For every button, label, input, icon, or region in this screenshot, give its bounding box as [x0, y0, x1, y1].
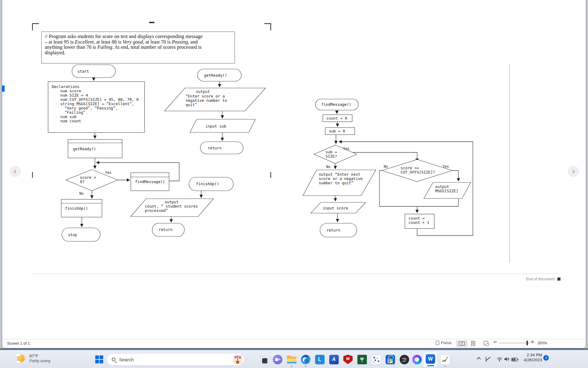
yes-label: Yes — [343, 147, 349, 151]
decl-line: “Very good”, “Passing”, — [65, 106, 118, 110]
clock[interactable]: 2:34 PM 4/26/2023 — [524, 353, 542, 362]
no-label: No — [384, 164, 388, 169]
print-layout-button[interactable] — [471, 341, 475, 346]
finishup-output-line: output — [165, 200, 179, 204]
yes-label: Yes — [105, 171, 111, 175]
app-window: File Tools View D - 2 G — [2, 0, 586, 348]
increment-line: count + 1 — [409, 220, 429, 225]
no-label: No — [326, 165, 330, 169]
l-app-button[interactable]: L — [314, 354, 326, 365]
getready-sub-return — [200, 142, 243, 154]
book-icon — [459, 342, 465, 346]
read-mode-button[interactable] — [456, 340, 468, 347]
word-icon: W — [426, 354, 435, 364]
volume-button[interactable] — [504, 357, 510, 363]
comment-line: – at least 95 is Excellent, at least 88 … — [45, 39, 232, 45]
yes-label: Yes — [443, 164, 449, 169]
page-icon — [471, 341, 475, 346]
tray-date: 4/26/2023 — [524, 358, 542, 362]
tray-overflow-button[interactable] — [477, 357, 481, 361]
start-button[interactable] — [93, 354, 105, 365]
search-box[interactable]: Search — [107, 353, 244, 366]
output-msg-line: output — [435, 184, 449, 189]
dinosaur-app-button[interactable] — [439, 354, 451, 365]
finishup-return-label: return — [159, 227, 172, 232]
decl-line: num SIZE = 4 — [60, 93, 88, 98]
wifi-button[interactable] — [496, 357, 503, 363]
next-page-button[interactable] — [568, 166, 579, 177]
folder-icon — [287, 356, 296, 363]
search-icon — [112, 358, 115, 361]
taskbar: 87°FPartly sunny Search L A M — [0, 350, 588, 368]
zoom-slider-track[interactable] — [499, 343, 530, 343]
zoom-out-button[interactable] — [493, 342, 497, 342]
web-layout-button[interactable] — [484, 341, 488, 345]
decision-subsize-line2: SIZE? — [326, 154, 337, 159]
getready-input-label: input sub — [205, 124, 226, 128]
weather-condition: Partly sunny — [29, 358, 51, 364]
audio-bars-icon — [400, 355, 409, 364]
chevron-left-icon — [14, 170, 18, 174]
page-top-mark — [149, 22, 154, 23]
copilot-button[interactable] — [411, 354, 423, 365]
finishup-sub-title-label: finishUp() — [196, 182, 219, 186]
decision-score-line2: 0? — [80, 179, 85, 184]
store-button[interactable] — [384, 354, 396, 365]
comment-box: // Program asks students for score on te… — [41, 32, 235, 63]
comment-line: // Program asks students for score on te… — [45, 34, 232, 39]
findmessage-call-label: findMessage() — [135, 179, 165, 184]
word-app-button-active[interactable]: W — [423, 352, 438, 367]
edge-button[interactable] — [300, 354, 311, 365]
search-highlight-flowers-icon — [233, 355, 242, 364]
plant-app-button[interactable] — [356, 354, 368, 365]
focus-button[interactable]: Focus — [436, 341, 451, 345]
zoom-in-button[interactable] — [531, 342, 534, 342]
plant-branch-icon — [357, 355, 367, 364]
chat-button[interactable] — [272, 354, 283, 365]
mcafee-shield-icon: M — [343, 355, 353, 364]
screen-count-label: Screen 1 of 1 — [7, 341, 30, 346]
task-view-icon — [258, 354, 269, 365]
globe-page-icon — [484, 341, 488, 345]
zoom-level-label: 300% — [537, 341, 547, 345]
no-label: No — [79, 191, 84, 196]
partly-sunny-icon — [15, 353, 26, 364]
mcafee-button[interactable]: M — [342, 354, 354, 365]
increment-line: count = — [409, 216, 425, 220]
weather-widget[interactable]: 87°FPartly sunny — [15, 353, 85, 364]
battery-button[interactable] — [511, 357, 519, 363]
comment-line: anything lower than 70 is Failing. At en… — [45, 44, 232, 50]
zoom-slider-handle[interactable] — [526, 341, 528, 345]
count0-label: count = 0 — [326, 116, 347, 121]
a-app-button[interactable]: A — [328, 354, 340, 365]
chevron-right-icon — [571, 170, 575, 174]
audio-app-button[interactable] — [398, 354, 410, 365]
do-not-disturb-button[interactable] — [486, 357, 486, 362]
task-view-button[interactable] — [258, 354, 269, 365]
start-label: start — [77, 69, 89, 74]
file-explorer-button[interactable] — [286, 354, 297, 365]
decision-subsize-line1: sub = — [326, 150, 337, 154]
getready-return-label: return — [208, 146, 221, 150]
notification-badge[interactable]: 3 — [543, 355, 549, 361]
input-score-label: input score — [323, 206, 348, 210]
running-indicator — [444, 366, 446, 367]
speaker-icon — [504, 357, 510, 362]
stop-label: stop — [68, 232, 77, 237]
decl-line: string MSGS[SIZE] = “Excellent”, — [60, 102, 134, 106]
running-indicator — [305, 366, 307, 367]
battery-charging-icon — [511, 358, 519, 362]
finishup-output-line: count, “ student scores — [145, 204, 198, 209]
previous-page-button[interactable] — [10, 166, 21, 177]
end-of-document-label: End of document — [526, 277, 555, 281]
decl-line: “Failing” — [65, 110, 85, 115]
a-pen-app-icon: A — [329, 355, 339, 364]
tray-time: 2:34 PM — [524, 353, 542, 358]
paint-app-button[interactable] — [370, 354, 382, 365]
end-of-document-marker — [557, 278, 560, 281]
screen: File Tools View D - 2 G — [0, 0, 588, 368]
end-of-document-row: End of document — [2, 277, 560, 281]
decl-line: num CUT_OFFS[SIZE] = 95, 88, 70, 0 — [60, 97, 139, 102]
comment-line: displayed. — [45, 50, 232, 56]
decl-line: num count — [60, 119, 81, 123]
